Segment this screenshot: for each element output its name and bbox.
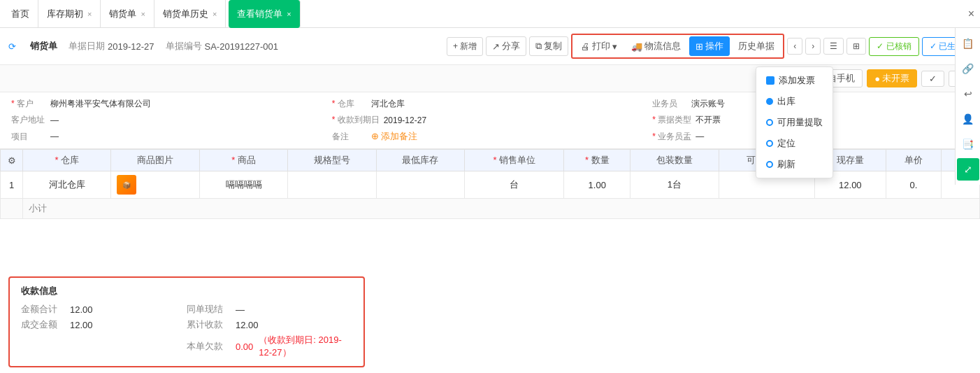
customer-label: 客户: [11, 98, 46, 110]
confirm-button[interactable]: ✓: [921, 71, 944, 87]
logistics-icon: 🚚: [631, 41, 642, 52]
operation-button[interactable]: ⊞ 操作: [689, 36, 730, 56]
row-image: 📦: [111, 171, 199, 199]
payment-deal-item: 成交金额 12.00: [21, 318, 187, 331]
payment-owed-note: （收款到期日: 2019-12-27）: [259, 334, 352, 359]
right-icon-expand[interactable]: ⤢: [957, 158, 979, 181]
col-product: 商品: [199, 150, 287, 171]
payment-deal-value: 12.00: [70, 320, 93, 330]
warehouse-label: 仓库: [332, 98, 367, 110]
payment-date-label: 收款到期日: [332, 114, 380, 126]
right-icon-doc[interactable]: 📋: [957, 32, 979, 55]
tab-view-sales[interactable]: 查看销货单 ×: [229, 0, 300, 28]
sold-status-button[interactable]: ✓ 已核销: [869, 37, 918, 56]
history-records-button[interactable]: 历史单据: [733, 37, 780, 55]
tab-home[interactable]: 首页: [6, 0, 38, 28]
address-label: 客户地址: [11, 114, 46, 126]
tab-inventory-close[interactable]: ×: [87, 10, 92, 18]
tab-sales-history[interactable]: 销货单历史 ×: [154, 0, 226, 28]
payment-cumulative-label: 累计收款: [187, 318, 231, 331]
row-min-stock: [376, 171, 464, 199]
right-icon-records[interactable]: 📑: [957, 133, 979, 155]
payment-date-row: 收款到期日 2019-12-27: [332, 114, 649, 126]
right-icon-user[interactable]: 👤: [957, 108, 979, 130]
operation-dropdown: 添加发票 出库 可用量提取 定位 刷新: [756, 66, 833, 178]
col-image: 商品图片: [111, 150, 199, 171]
tab-sales-order[interactable]: 销货单 ×: [101, 0, 154, 28]
share-icon: ↗: [492, 41, 500, 52]
doc-date-value: 2019-12-27: [108, 41, 154, 52]
share-label: 分享: [502, 40, 520, 52]
payment-cumulative-value: 12.00: [236, 320, 259, 330]
col-settings[interactable]: ⚙: [1, 150, 23, 171]
print-operation-group: 🖨 打印 ▾ 🚚 物流信息 ⊞ 操作 历史单据: [571, 34, 784, 59]
logistics-button[interactable]: 🚚 物流信息: [626, 37, 686, 55]
payment-settle-label: 同单现结: [187, 303, 231, 316]
payment-owed-label: 本单欠款: [187, 340, 231, 353]
row-pkg-qty: 1台: [630, 171, 719, 199]
payment-section: 收款信息 金额合计 12.00 同单现结 — 成交金额 12.00 累计收款 1…: [8, 276, 365, 367]
doc-header: ⟳ 销货单 单据日期 2019-12-27 单据编号 SA-20191227-0…: [0, 28, 980, 65]
payment-deal-label: 成交金额: [21, 318, 66, 331]
tab-view-close[interactable]: ×: [287, 10, 291, 18]
salesman-label: 业务员: [652, 98, 687, 110]
list-view-button[interactable]: ☰: [823, 38, 844, 55]
product-image: 📦: [117, 175, 136, 195]
print-label: 打印: [592, 40, 610, 52]
right-sidebar: 📋 🔗 ↩ 👤 📑 ⤢: [955, 28, 980, 185]
operation-icon: ⊞: [696, 41, 703, 52]
col-spec: 规格型号: [288, 150, 376, 171]
doc-meta: 单据日期 2019-12-27 单据编号 SA-20191227-001: [69, 40, 435, 52]
open-ticket-label: 未开票: [882, 72, 909, 85]
dropdown-add-invoice[interactable]: 添加发票: [756, 70, 833, 91]
row-warehouse: 河北仓库: [23, 171, 111, 199]
ticket-type-value: 不开票: [696, 114, 721, 126]
col-unit: 销售单位: [465, 150, 564, 171]
payment-owed-item: 本单欠款 0.00 （收款到期日: 2019-12-27）: [187, 334, 352, 359]
note-row: 备注 ⊕ 添加备注: [332, 130, 649, 143]
print-button[interactable]: 🖨 打印 ▾: [575, 37, 623, 55]
staff-label: 业务员盂: [652, 131, 691, 143]
dropdown-invoice-label: 添加发票: [779, 74, 815, 87]
next-button[interactable]: ›: [805, 38, 821, 55]
payment-grid: 金额合计 12.00 同单现结 — 成交金额 12.00 累计收款 12.00 …: [21, 303, 352, 359]
new-button[interactable]: + 新增: [447, 37, 483, 56]
tab-sales-label: 销货单: [109, 8, 136, 20]
dropdown-outbound-label: 出库: [777, 95, 795, 108]
ticket-type-label: 票据类型: [652, 114, 691, 126]
add-note-button[interactable]: ⊕ 添加备注: [371, 130, 417, 143]
warehouse-value: 河北仓库: [371, 98, 405, 110]
open-ticket-icon: ●: [874, 73, 880, 84]
customer-value: 柳州粤港平安气体有限公司: [50, 98, 151, 110]
prev-button[interactable]: ‹: [787, 38, 802, 55]
payment-owed-value: 0.00: [236, 342, 253, 352]
customer-row: 客户 柳州粤港平安气体有限公司: [11, 98, 328, 110]
tab-view-label: 查看销货单: [237, 8, 282, 20]
grid-view-button[interactable]: ⊞: [846, 38, 866, 55]
row-spec: [288, 171, 376, 199]
copy-button[interactable]: ⧉ 复制: [529, 36, 568, 56]
right-icon-link[interactable]: 🔗: [957, 57, 979, 80]
tab-inventory-init[interactable]: 库存期初 ×: [38, 0, 101, 28]
copy-label: 复制: [544, 40, 562, 52]
dropdown-locate[interactable]: 定位: [756, 133, 833, 154]
row-qty: 1.00: [564, 171, 630, 199]
col-min-stock: 最低库存: [376, 150, 464, 171]
doc-title: 销货单: [30, 40, 57, 52]
share-button[interactable]: ↗ 分享: [486, 36, 526, 56]
dropdown-available-qty[interactable]: 可用量提取: [756, 112, 833, 133]
project-row: 项目 —: [11, 130, 328, 143]
col-warehouse: 仓库: [23, 150, 111, 171]
tab-sales-close[interactable]: ×: [140, 10, 145, 18]
open-ticket-button[interactable]: ● 未开票: [867, 69, 917, 87]
tab-history-label: 销货单历史: [163, 8, 208, 20]
tab-history-close[interactable]: ×: [212, 10, 217, 18]
toolbar: + 新增 ↗ 分享 ⧉ 复制 🖨 打印 ▾ 🚚 物流信息: [447, 34, 972, 59]
col-qty: 数量: [564, 150, 630, 171]
window-close-button[interactable]: ×: [968, 8, 974, 20]
right-icon-back[interactable]: ↩: [957, 83, 979, 105]
dropdown-outbound[interactable]: 出库: [756, 91, 833, 112]
col-pkg-qty: 包装数量: [630, 150, 719, 171]
dropdown-refresh[interactable]: 刷新: [756, 154, 833, 175]
doc-number-value: SA-20191227-001: [205, 41, 279, 52]
